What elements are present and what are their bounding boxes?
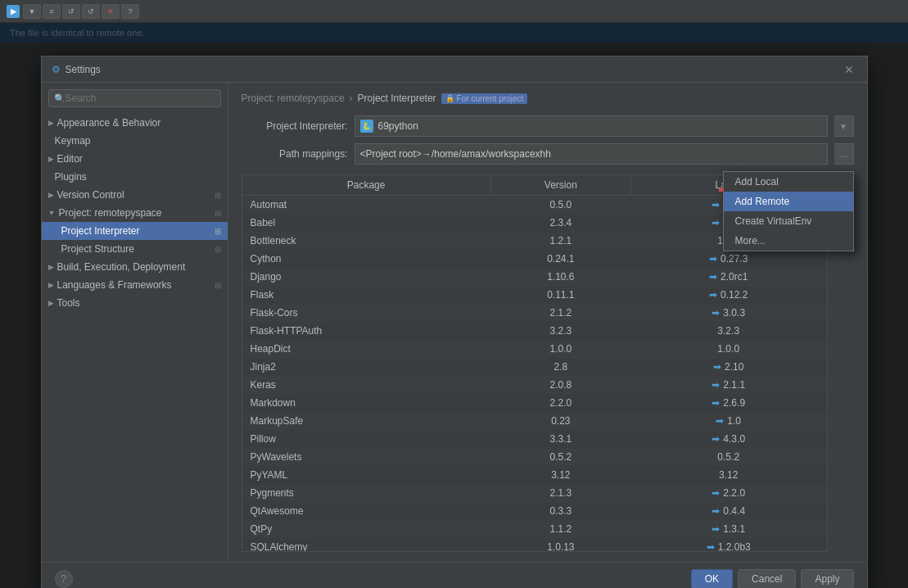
table-row[interactable]: HeapDict1.0.01.0.0 xyxy=(242,340,827,358)
sync-btn[interactable]: ↺ xyxy=(82,4,100,19)
top-bar: ▶ ▼ ≡ ↺ ↺ ✕ ? xyxy=(0,0,908,23)
breadcrumb-sep: › xyxy=(350,93,353,104)
cancel-button[interactable]: Cancel xyxy=(738,569,796,588)
sidebar-item-project-interpreter[interactable]: Project Interpreter ⊞ xyxy=(42,222,228,240)
dropdown-btn[interactable]: ▼ xyxy=(23,4,41,19)
interpreter-input[interactable]: 🐍 69python xyxy=(355,115,828,137)
package-latest: ➡0.27.3 xyxy=(630,250,826,268)
table-row[interactable]: Keras2.0.8➡2.1.1 xyxy=(242,376,827,394)
sidebar-item-tools[interactable]: ▶ Tools xyxy=(42,294,228,312)
package-name: QtPy xyxy=(242,520,491,538)
package-version: 0.5.2 xyxy=(490,448,630,466)
ok-button[interactable]: OK xyxy=(691,569,733,588)
table-row[interactable]: PyWavelets0.5.20.5.2 xyxy=(242,448,827,466)
search-box[interactable]: 🔍 xyxy=(48,89,221,107)
breadcrumb-badge: 🔒 For current project xyxy=(441,93,528,104)
menu-more[interactable]: More... xyxy=(724,231,853,251)
sidebar-item-plugins[interactable]: Plugins xyxy=(42,168,228,186)
menu-item-label: Add Local xyxy=(735,176,779,188)
dialog-title: ⚙ Settings xyxy=(52,64,101,75)
table-row[interactable]: MarkupSafe0.23➡1.0 xyxy=(242,412,827,430)
package-name: Cython xyxy=(242,250,491,268)
package-name: Keras xyxy=(242,376,491,394)
package-name: Pillow xyxy=(242,430,491,448)
interpreter-dropdown-menu: Add Local Add Remote Create VirtualEnv M… xyxy=(723,171,854,251)
package-version: 2.2.0 xyxy=(490,394,630,412)
dialog-close-button[interactable]: ✕ xyxy=(841,61,857,78)
table-row[interactable]: Flask-HTTPAuth3.2.33.2.3 xyxy=(242,322,827,340)
upgrade-arrow-icon: ➡ xyxy=(711,433,720,445)
table-row[interactable]: Markdown2.2.0➡2.6.9 xyxy=(242,394,827,412)
app-icon: ▶ xyxy=(7,5,20,18)
package-version: 3.2.3 xyxy=(490,322,630,340)
package-latest: 0.5.2 xyxy=(630,448,826,466)
menu-create-virtualenv[interactable]: Create VirtualEnv xyxy=(724,211,853,231)
main-content: Project: remotepyspace › Project Interpr… xyxy=(228,83,867,562)
path-input[interactable]: <Project root>→/home/amax/workspacexhh xyxy=(355,143,828,165)
path-value: <Project root>→/home/amax/workspacexhh xyxy=(360,148,551,160)
help-top-btn[interactable]: ? xyxy=(121,4,139,19)
package-version: 0.23 xyxy=(490,412,630,430)
sidebar-item-languages[interactable]: ▶ Languages & Frameworks ⊞ xyxy=(42,276,228,294)
package-latest: ➡1.3.1 xyxy=(630,520,826,538)
sidebar-item-project[interactable]: ▼ Project: remotepyspace ⊞ xyxy=(42,204,228,222)
col-version[interactable]: Version xyxy=(490,175,630,196)
table-row[interactable]: QtAwesome0.3.3➡0.4.4 xyxy=(242,502,827,520)
table-row[interactable]: Pygments2.1.3➡2.2.0 xyxy=(242,484,827,502)
sidebar-item-vcs[interactable]: ▶ Version Control ⊞ xyxy=(42,186,228,204)
sidebar-item-label: Keymap xyxy=(55,135,91,147)
table-row[interactable]: SQLAlchemy1.0.13➡1.2.0b3 xyxy=(242,538,827,552)
menu-add-local[interactable]: Add Local xyxy=(724,172,853,192)
sidebar-item-project-structure[interactable]: Project Structure ⊞ xyxy=(42,240,228,258)
package-version: 0.5.0 xyxy=(490,196,630,215)
package-name: Pygments xyxy=(242,484,491,502)
sidebar-item-appearance[interactable]: ▶ Appearance & Behavior xyxy=(42,114,228,132)
expand-icon: ▼ xyxy=(48,209,56,217)
sidebar-item-keymap[interactable]: Keymap xyxy=(42,132,228,150)
package-version: 2.1.3 xyxy=(490,484,630,502)
menu-item-label: More... xyxy=(735,235,766,247)
package-version: 0.11.1 xyxy=(490,286,630,304)
sidebar-item-editor[interactable]: ▶ Editor xyxy=(42,150,228,168)
package-name: PyWavelets xyxy=(242,448,491,466)
sidebar-item-label: Plugins xyxy=(55,171,87,183)
package-latest: ➡3.0.3 xyxy=(630,304,826,322)
sidebar-item-label: Appearance & Behavior xyxy=(57,117,161,129)
path-edit-btn[interactable]: … xyxy=(834,143,854,165)
package-latest: ➡4.3.0 xyxy=(630,430,826,448)
config-icon: ⊞ xyxy=(215,227,221,236)
col-package[interactable]: Package xyxy=(242,175,491,196)
table-row[interactable]: Flask0.11.1➡0.12.2 xyxy=(242,286,827,304)
help-button[interactable]: ? xyxy=(55,570,73,588)
footer-right: OK Cancel Apply xyxy=(691,569,854,588)
interpreter-label: Project Interpreter: xyxy=(242,120,348,132)
table-row[interactable]: Pillow3.3.1➡4.3.0 xyxy=(242,430,827,448)
refresh-btn[interactable]: ↺ xyxy=(62,4,80,19)
upgrade-arrow-icon: ➡ xyxy=(711,505,720,517)
search-input[interactable] xyxy=(66,93,215,104)
upgrade-arrow-icon: ➡ xyxy=(711,487,720,499)
table-row[interactable]: Cython0.24.1➡0.27.3 xyxy=(242,250,827,268)
expand-icon: ▶ xyxy=(48,119,54,127)
table-row[interactable]: PyYAML3.123.12 xyxy=(242,466,827,484)
table-row[interactable]: Jinja22.8➡2.10 xyxy=(242,358,827,376)
table-row[interactable]: Django1.10.6➡2.0rc1 xyxy=(242,268,827,286)
table-row[interactable]: Flask-Cors2.1.2➡3.0.3 xyxy=(242,304,827,322)
package-version: 3.12 xyxy=(490,466,630,484)
sidebar-item-label: Languages & Frameworks xyxy=(57,279,172,291)
table-row[interactable]: QtPy1.1.2➡1.3.1 xyxy=(242,520,827,538)
upgrade-arrow-icon: ➡ xyxy=(709,271,717,283)
toolbar-buttons: ▼ ≡ ↺ ↺ ✕ ? xyxy=(23,4,139,19)
package-version: 1.2.1 xyxy=(490,232,630,250)
sidebar-item-label: Tools xyxy=(57,297,80,309)
menu-add-remote[interactable]: Add Remote xyxy=(724,192,853,211)
interpreter-dropdown-btn[interactable]: ▼ xyxy=(834,115,854,137)
stop-btn[interactable]: ✕ xyxy=(102,4,120,19)
package-latest: 1.0.0 xyxy=(630,340,826,358)
python-icon: 🐍 xyxy=(360,120,373,133)
apply-button[interactable]: Apply xyxy=(801,569,853,588)
sidebar-item-build[interactable]: ▶ Build, Execution, Deployment xyxy=(42,258,228,276)
package-name: Jinja2 xyxy=(242,358,491,376)
config-icon: ⊞ xyxy=(215,191,221,200)
menu-btn[interactable]: ≡ xyxy=(43,4,61,19)
